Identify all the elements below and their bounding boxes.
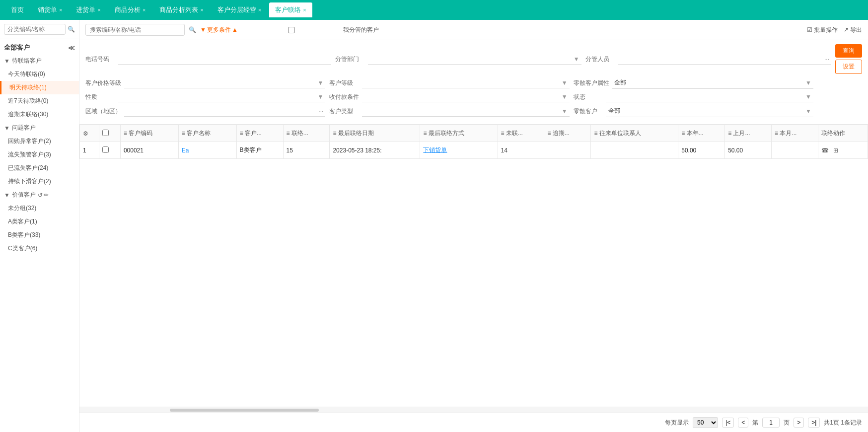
sidebar-item-repurchase-abnormal[interactable]: 回购异常客户(2)	[0, 135, 79, 148]
group-problem-customers[interactable]: ▼问题客户	[0, 121, 79, 135]
filter-row-1: 电话号码 分管部门 ▼ 分管人员 ··· 查询 设置	[85, 44, 862, 74]
nav-product-analysis[interactable]: 商品分析×	[109, 2, 151, 17]
page-input[interactable]	[762, 418, 780, 428]
col-uncontacted: ≡ 未联...	[498, 125, 544, 142]
data-table-container: ⚙ ≡ 客户编码 ≡ 客户名称 ≡ 客户... ≡ 联络... ≡ 最后联络日期…	[79, 125, 868, 407]
col-this-month: ≡ 本月...	[772, 125, 818, 142]
dept-label: 分管部门	[335, 55, 365, 64]
retail-attr-select[interactable]: 全部▼	[612, 77, 813, 89]
search-input[interactable]	[85, 24, 185, 36]
price-level-select[interactable]: ▼	[124, 78, 325, 88]
nav-customer-contact[interactable]: 客户联络×	[269, 2, 312, 17]
prev-page-button[interactable]: <	[738, 418, 748, 428]
group-value-customers[interactable]: ▼价值客户 ↺ ✏	[0, 188, 79, 202]
close-icon: ×	[258, 7, 261, 13]
status-label: 状态	[574, 93, 603, 101]
cust-type-select[interactable]: ▼	[362, 106, 569, 117]
per-page-label: 每页显示	[665, 419, 689, 427]
sidebar: 🔍 全部客户 ≪ ▼待联络客户 今天待联络(0) 明天待联络(1) 近7天待联络…	[0, 20, 79, 432]
per-page-select[interactable]: 50 100 200	[693, 417, 718, 428]
filter-price-level: 客户价格等级 ▼	[85, 78, 325, 88]
person-select[interactable]: ···	[618, 54, 831, 65]
status-select[interactable]: ▼	[606, 92, 813, 102]
cust-type-label: 客户类型	[329, 107, 359, 116]
cell-last-method[interactable]: 下销货单	[420, 142, 498, 159]
filter-phone: 电话号码	[85, 54, 331, 65]
action-phone-icon[interactable]: ☎	[821, 147, 829, 154]
phone-input[interactable]	[118, 54, 331, 65]
close-icon: ×	[59, 7, 62, 13]
cell-overdue	[544, 142, 591, 159]
nav-purchase-order[interactable]: 进货单×	[70, 2, 106, 17]
sidebar-item-class-a[interactable]: A类客户(1)	[0, 215, 79, 228]
nature-select[interactable]: ▼	[118, 92, 325, 102]
col-check[interactable]	[99, 125, 121, 142]
sidebar-item-7days-contact[interactable]: 近7天待联络(0)	[0, 94, 79, 108]
next-page-button[interactable]: >	[794, 418, 804, 428]
top-navigation: 首页 销货单× 进货单× 商品分析× 商品分析列表× 客户分层经营× 客户联络×	[0, 0, 868, 20]
col-action: 联络动作	[818, 125, 868, 142]
filter-row-2: 客户价格等级 ▼ 客户等级 ▼ 零散客户属性 全部▼	[85, 77, 862, 89]
all-customers-header[interactable]: 全部客户 ≪	[0, 39, 79, 54]
table-footer: 每页显示 50 100 200 |< < 第 页 > >| 共1页 1条记录	[79, 413, 868, 432]
nav-home[interactable]: 首页	[5, 2, 30, 17]
sidebar-item-declining[interactable]: 持续下滑客户(2)	[0, 175, 79, 188]
filter-bar: 🔍 ▼ 更多条件 ▲ 我分管的客户 ☑ 批量操作 ↗ 导出	[79, 20, 868, 40]
cust-level-select[interactable]: ▼	[362, 78, 569, 88]
col-last-date: ≡ 最后联络日期	[330, 125, 420, 142]
group-pending-contact[interactable]: ▼待联络客户	[0, 54, 79, 68]
nav-sales-order[interactable]: 销货单×	[32, 2, 68, 17]
col-last-month: ≡ 上月...	[725, 125, 772, 142]
scrollbar-thumb[interactable]	[170, 409, 319, 412]
select-all-checkbox[interactable]	[102, 130, 109, 136]
sidebar-item-churned[interactable]: 已流失客户(24)	[0, 161, 79, 175]
settings-button[interactable]: 设置	[835, 60, 862, 74]
cell-code: 000021	[120, 142, 178, 159]
table-header-row: ⚙ ≡ 客户编码 ≡ 客户名称 ≡ 客户... ≡ 联络... ≡ 最后联络日期…	[80, 125, 868, 142]
total-records: 共1页 1条记录	[824, 419, 862, 427]
my-customers-check[interactable]	[242, 27, 341, 33]
more-filters-button[interactable]: ▼ 更多条件 ▲	[200, 26, 238, 34]
retail-select[interactable]: 全部▼	[606, 105, 813, 117]
action-more-icon[interactable]: ⊞	[833, 147, 838, 154]
col-gear[interactable]: ⚙	[80, 125, 99, 142]
close-icon: ×	[143, 7, 145, 13]
col-code: ≡ 客户编码	[120, 125, 178, 142]
first-page-button[interactable]: |<	[722, 418, 734, 428]
sidebar-search-input[interactable]	[4, 24, 66, 35]
sidebar-item-today-contact[interactable]: 今天待联络(0)	[0, 68, 79, 81]
dept-select[interactable]: ▼	[368, 54, 581, 65]
cell-name[interactable]: Ea	[178, 142, 236, 159]
sidebar-item-churn-warning[interactable]: 流失预警客户(3)	[0, 148, 79, 161]
nature-label: 性质	[85, 93, 115, 101]
region-label: 区域（地区）	[85, 107, 121, 116]
collapse-icon[interactable]: ≪	[68, 44, 75, 52]
nav-product-analysis-list[interactable]: 商品分析列表×	[153, 2, 209, 17]
col-contact-count: ≡ 联络...	[283, 125, 330, 142]
cell-this-month	[772, 142, 818, 159]
horizontal-scrollbar[interactable]	[79, 407, 868, 413]
close-icon: ×	[200, 7, 203, 13]
last-page-button[interactable]: >|	[808, 418, 820, 428]
filter-status: 状态 ▼	[574, 92, 813, 102]
sidebar-item-overdue-contact[interactable]: 逾期未联络(30)	[0, 108, 79, 121]
cell-action[interactable]: ☎ ⊞	[818, 142, 868, 159]
nav-customer-segmentation[interactable]: 客户分层经营×	[212, 2, 267, 17]
filter-payment: 收付款条件 ▼	[329, 92, 569, 102]
sidebar-item-class-b[interactable]: B类客户(33)	[0, 228, 79, 242]
sidebar-item-ungrouped[interactable]: 未分组(32)	[0, 202, 79, 215]
sidebar-item-class-c[interactable]: C类客户(6)	[0, 242, 79, 255]
row-checkbox[interactable]	[102, 146, 109, 153]
payment-select[interactable]: ▼	[362, 92, 569, 102]
cell-this-year: 50.00	[678, 142, 725, 159]
batch-operation-button[interactable]: ☑ 批量操作	[807, 26, 838, 34]
filter-search-icon[interactable]: 🔍	[189, 26, 196, 33]
sidebar-item-tomorrow-contact[interactable]: 明天待联络(1)	[0, 81, 79, 94]
my-customers-checkbox[interactable]: 我分管的客户	[242, 26, 379, 34]
content-area: 🔍 ▼ 更多条件 ▲ 我分管的客户 ☑ 批量操作 ↗ 导出	[79, 20, 868, 432]
region-select[interactable]: ···	[124, 106, 325, 117]
query-button[interactable]: 查询	[835, 44, 862, 58]
search-icon[interactable]: 🔍	[68, 26, 75, 33]
export-button[interactable]: ↗ 导出	[844, 26, 862, 34]
cell-check[interactable]	[99, 142, 121, 159]
